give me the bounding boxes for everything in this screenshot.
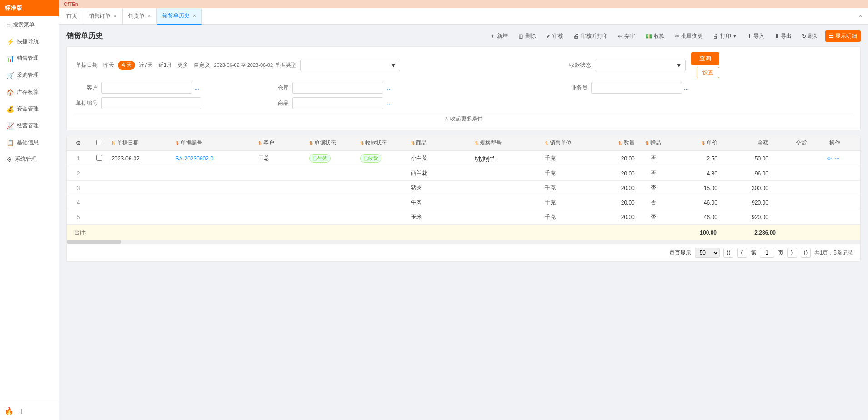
delete-button[interactable]: 🗑 删除 bbox=[514, 30, 540, 42]
refresh-button[interactable]: ↻ 刷新 bbox=[798, 30, 823, 42]
toolbar: ＋ 新增 🗑 删除 ✔ 审核 🖨 审核并打印 ↩ 弃审 bbox=[486, 30, 861, 42]
tab-sales-goods-close[interactable]: ✕ bbox=[147, 14, 151, 19]
col-gift[interactable]: ⇅ 赠品 bbox=[637, 135, 669, 151]
tab-sales-history-close[interactable]: ✕ bbox=[192, 13, 196, 18]
sidebar-item-finance[interactable]: 💰 资金管理 bbox=[0, 100, 59, 117]
scrollbar-thumb[interactable] bbox=[67, 240, 121, 244]
sidebar-item-purchase-mgmt[interactable]: 🛒 采购管理 bbox=[0, 67, 59, 84]
new-button[interactable]: ＋ 新增 bbox=[486, 30, 512, 42]
prev-page-button[interactable]: ⟨ bbox=[737, 248, 747, 258]
col-check[interactable] bbox=[90, 135, 109, 151]
tab-home[interactable]: 首页 bbox=[61, 8, 83, 25]
last-page-button[interactable]: ⟩⟩ bbox=[801, 248, 811, 258]
audit-print-button[interactable]: 🖨 审核并打印 bbox=[570, 30, 612, 42]
filter-row-customer: 客户 … 仓库 … 业务员 … bbox=[74, 82, 853, 94]
abandon-button[interactable]: ↩ 弃审 bbox=[614, 30, 639, 42]
settings-icon[interactable]: ⚙ bbox=[76, 140, 81, 146]
goods-filter-input[interactable] bbox=[292, 97, 383, 109]
col-qty[interactable]: ⇅ 数量 bbox=[593, 135, 637, 151]
print-button[interactable]: 🖨 打印 ▼ bbox=[709, 30, 741, 42]
page-number-input[interactable]: 1 bbox=[760, 248, 774, 258]
import-icon: ⬆ bbox=[747, 33, 752, 40]
date-shortcut-yesterday[interactable]: 昨天 bbox=[101, 61, 116, 70]
customer-dotdotdot[interactable]: … bbox=[194, 85, 200, 91]
sidebar-item-basic-info[interactable]: 📋 基础信息 bbox=[0, 134, 59, 151]
next-page-button[interactable]: ⟩ bbox=[787, 248, 797, 258]
col-spec[interactable]: ⇅ 规格型号 bbox=[472, 135, 542, 151]
row-checkbox[interactable] bbox=[96, 155, 102, 161]
tab-sales-order-close[interactable]: ✕ bbox=[113, 14, 117, 19]
purchase-mgmt-icon: 🛒 bbox=[6, 72, 14, 79]
collect-button[interactable]: 💵 收款 bbox=[642, 30, 668, 42]
window-close-icon[interactable]: ✕ bbox=[858, 13, 863, 19]
collapse-arrow-icon: ∧ bbox=[444, 115, 449, 122]
import-button[interactable]: ⬆ 导入 bbox=[743, 30, 768, 42]
goods-dotdotdot[interactable]: … bbox=[385, 100, 391, 106]
sidebar-item-sys-mgmt[interactable]: ⚙ 系统管理 bbox=[0, 151, 59, 168]
date-range: 2023-06-02 至 2023-06-02 bbox=[214, 62, 273, 69]
sidebar-settings-icon[interactable]: 🔥 bbox=[5, 407, 14, 415]
table-row: 3猪肉千克20.00否15.00300.00 bbox=[67, 181, 860, 195]
collapse-button[interactable]: ∧ 收起更多条件 bbox=[74, 113, 853, 125]
select-all-checkbox[interactable] bbox=[96, 140, 102, 145]
col-settings[interactable]: ⚙ bbox=[67, 135, 90, 151]
col-no[interactable]: ⇅ 单据编号 bbox=[172, 135, 255, 151]
doc-no-link[interactable]: SA-20230602-0 bbox=[175, 155, 213, 162]
inventory-icon: 🏠 bbox=[6, 89, 14, 96]
col-date[interactable]: ⇅ 单据日期 bbox=[109, 135, 172, 151]
date-shortcut-7days[interactable]: 近7天 bbox=[137, 61, 155, 70]
tab-sales-order[interactable]: 销售订单 ✕ bbox=[83, 8, 123, 25]
sort-icon-no: ⇅ bbox=[175, 140, 179, 145]
display-detail-button[interactable]: ☰ 显示明细 bbox=[825, 30, 861, 42]
col-unit[interactable]: ⇅ 销售单位 bbox=[542, 135, 593, 151]
sidebar-item-label: 基础信息 bbox=[17, 139, 39, 146]
type-filter-select[interactable]: ▼ bbox=[300, 60, 400, 71]
edit-action-button[interactable]: ✏ bbox=[827, 155, 832, 162]
customer-filter-input[interactable] bbox=[101, 82, 192, 94]
sidebar-item-label: 库存核算 bbox=[17, 88, 39, 96]
staff-filter-input[interactable] bbox=[591, 82, 682, 94]
audit-button[interactable]: ✔ 审核 bbox=[542, 30, 567, 42]
basic-info-icon: 📋 bbox=[6, 139, 14, 146]
warehouse-dotdotdot[interactable]: … bbox=[385, 85, 391, 91]
query-button[interactable]: 查询 bbox=[691, 52, 719, 65]
print-dropdown-icon: ▼ bbox=[733, 34, 737, 39]
warehouse-filter-input[interactable] bbox=[292, 82, 383, 94]
sort-icon-unit: ⇅ bbox=[545, 140, 548, 145]
sidebar-item-search-menu[interactable]: ≡ 搜索菜单 bbox=[0, 16, 59, 33]
date-shortcut-custom[interactable]: 自定义 bbox=[192, 61, 212, 70]
sidebar-collapse-icon[interactable]: ⏸ bbox=[17, 407, 25, 415]
table-header-row: ⚙ ⇅ 单据日期 ⇅ 单据编号 bbox=[67, 135, 860, 151]
set-button[interactable]: 设置 bbox=[697, 67, 719, 78]
sidebar-item-inventory[interactable]: 🏠 库存核算 bbox=[0, 84, 59, 100]
col-price[interactable]: ⇅ 单价 bbox=[669, 135, 720, 151]
sidebar-bottom: 🔥 ⏸ bbox=[0, 402, 59, 420]
sidebar-item-operations[interactable]: 📈 经营管理 bbox=[0, 117, 59, 134]
new-icon: ＋ bbox=[490, 32, 496, 40]
batch-change-button[interactable]: ✏ 批量变更 bbox=[671, 30, 707, 42]
page-total-info: 共1页，5条记录 bbox=[814, 249, 853, 257]
date-shortcut-1month[interactable]: 近1月 bbox=[156, 61, 174, 70]
first-page-button[interactable]: ⟨⟨ bbox=[723, 248, 733, 258]
sidebar-item-quick-nav[interactable]: ⚡ 快捷导航 bbox=[0, 33, 59, 50]
more-action-button[interactable]: ⋯ bbox=[834, 155, 840, 162]
export-button[interactable]: ⬇ 导出 bbox=[771, 30, 795, 42]
quick-nav-icon: ⚡ bbox=[6, 38, 14, 45]
table-row: 5玉米千克20.00否46.00920.00 bbox=[67, 210, 860, 225]
tab-sales-goods[interactable]: 销货单 ✕ bbox=[123, 8, 157, 25]
page-size-select[interactable]: 50 100 200 bbox=[695, 248, 720, 258]
pay-status-filter-select[interactable]: ▼ bbox=[595, 60, 686, 71]
tab-sales-history[interactable]: 销货单历史 ✕ bbox=[157, 8, 202, 25]
date-shortcut-today[interactable]: 今天 bbox=[118, 61, 135, 70]
col-pay-status[interactable]: ⇅ 收款状态 bbox=[357, 135, 408, 151]
docno-filter-input[interactable] bbox=[101, 97, 201, 109]
col-goods[interactable]: ⇅ 商品 bbox=[408, 135, 472, 151]
date-shortcut-more[interactable]: 更多 bbox=[176, 61, 190, 70]
col-customer[interactable]: ⇅ 客户 bbox=[256, 135, 306, 151]
sidebar-item-label: 采购管理 bbox=[17, 71, 39, 79]
staff-dotdotdot[interactable]: … bbox=[684, 85, 689, 91]
col-status[interactable]: ⇅ 单据状态 bbox=[306, 135, 357, 151]
horizontal-scrollbar[interactable] bbox=[67, 240, 860, 244]
page-unit: 页 bbox=[778, 249, 783, 257]
sidebar-item-sales-mgmt[interactable]: 📊 销售管理 bbox=[0, 50, 59, 67]
